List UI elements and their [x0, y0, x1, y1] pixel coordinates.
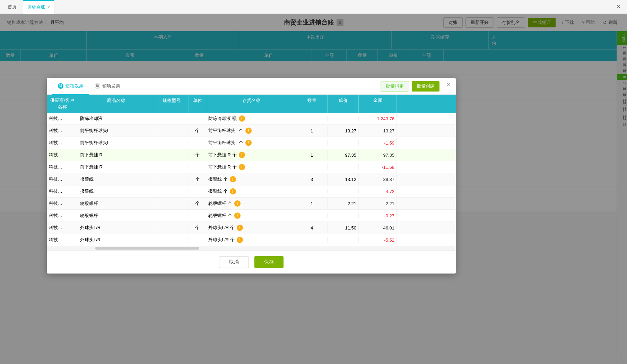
- batch-assign-button[interactable]: 批量指定: [381, 81, 409, 92]
- cell-product-name: 前平衡杆球头L: [78, 137, 154, 149]
- cell-inventory-name: 前下悬挂 R 个 !: [206, 149, 296, 161]
- cell-unit: 个: [189, 222, 206, 234]
- cell-qty: 4: [296, 223, 328, 233]
- cell-qty: [296, 140, 328, 146]
- table-row[interactable]: 科技… 报警线 个 报警线 个 ! 3 13.12 39.37: [47, 173, 456, 185]
- cell-product-name: 轮毂螺杆: [78, 198, 154, 209]
- warning-icon: !: [237, 225, 243, 231]
- modal-header: 进 进项发票 销 销项发票 批量指定 批量创建 ×: [47, 78, 456, 95]
- cell-product-name: 报警线: [78, 173, 154, 185]
- cell-unit: 个: [189, 125, 206, 137]
- cell-product-name: 防冻冷却液: [78, 113, 154, 124]
- cell-amount: -5.52: [359, 235, 397, 245]
- window-close-button[interactable]: ✕: [613, 2, 624, 12]
- cell-amount: -1.59: [359, 138, 397, 148]
- invoice-modal: 进 进项发票 销 销项发票 批量指定 批量创建 × 供应商/客户名称 商品名称 …: [47, 78, 456, 274]
- cell-unit: [189, 213, 206, 218]
- table-row[interactable]: 科技… 防冻冷却液 防冻冷却液 瓶 ! -1,243.76: [47, 113, 456, 125]
- cell-product-name: 前下悬挂 R: [78, 161, 154, 173]
- cell-unit: [189, 164, 206, 170]
- cell-qty: [296, 116, 328, 121]
- cell-unit-price: 13.12: [328, 174, 359, 185]
- col-qty: 数量: [296, 95, 328, 113]
- batch-create-button[interactable]: 批量创建: [412, 81, 439, 92]
- col-inventory-name: 存货名称: [206, 95, 296, 113]
- table-row[interactable]: 科技… 前下悬挂 R 个 前下悬挂 R 个 ! 1 97.35 97.35: [47, 149, 456, 161]
- col-unit: 单位: [189, 95, 206, 113]
- warning-icon: !: [234, 200, 241, 207]
- cell-company: 科技…: [47, 234, 78, 246]
- cell-inventory-name: 外球头L/R 个 !: [206, 222, 296, 234]
- cell-unit: 个: [189, 198, 206, 209]
- tab-in-invoice[interactable]: 进 进项发票: [52, 78, 89, 95]
- cell-amount: 2.21: [359, 198, 397, 209]
- modal-close-button[interactable]: ×: [446, 81, 450, 92]
- cancel-button[interactable]: 取消: [219, 256, 249, 268]
- cell-spec: [154, 152, 189, 158]
- cell-spec: [154, 237, 189, 243]
- cell-inventory-name: 前下悬挂 R 个 !: [206, 161, 296, 173]
- cell-inventory-name: 报警线 个 !: [206, 185, 296, 197]
- table-row[interactable]: 科技… 轮毂螺杆 个 轮毂螺杆 个 ! 1 2.21 2.21: [47, 198, 456, 210]
- cell-company: 科技…: [47, 113, 78, 124]
- cell-product-name: 前下悬挂 R: [78, 149, 154, 161]
- cell-amount: 97.35: [359, 150, 397, 161]
- cell-company: 科技…: [47, 149, 78, 161]
- cell-company: 科技…: [47, 173, 78, 185]
- cell-qty: [296, 213, 328, 218]
- cell-amount: -0.27: [359, 210, 397, 221]
- cell-spec: [154, 176, 189, 182]
- tab-home[interactable]: 首页: [3, 0, 21, 14]
- cell-unit: [189, 189, 206, 194]
- in-invoice-icon: 进: [58, 83, 63, 89]
- cell-inventory-name: 前平衡杆球头L 个 !: [206, 125, 296, 137]
- warning-icon: !: [230, 188, 236, 194]
- modal-header-buttons: 批量指定 批量创建 ×: [381, 81, 450, 92]
- table-row[interactable]: 科技… 前平衡杆球头L 前平衡杆球头L 个 ! -1.59: [47, 137, 456, 149]
- cell-amount: -11.68: [359, 162, 397, 173]
- cell-unit-price: [328, 189, 359, 194]
- active-tab-label: 进销台账: [27, 1, 45, 14]
- modal-scrollbar-area: [47, 246, 456, 250]
- table-row[interactable]: 科技… 轮毂螺杆 轮毂螺杆 个 ! -0.27: [47, 210, 456, 222]
- cell-qty: 1: [296, 125, 328, 136]
- col-amount: 金额: [359, 95, 397, 113]
- cell-spec: [154, 128, 189, 133]
- tab-out-invoice[interactable]: 销 销项发票: [89, 78, 126, 95]
- cell-amount: -1,243.76: [359, 113, 397, 124]
- col-unit-price: 单价: [328, 95, 359, 113]
- cell-company: 科技…: [47, 198, 78, 209]
- warning-icon: !: [234, 213, 241, 219]
- tab-active[interactable]: 进销台账 ×: [23, 0, 54, 14]
- table-row[interactable]: 科技… 外球头L/R 外球头L/R 个 ! -5.52: [47, 234, 456, 246]
- tab-close-icon[interactable]: ×: [47, 1, 50, 14]
- cell-product-name: 外球头L/R: [78, 234, 154, 246]
- table-row[interactable]: 科技… 前平衡杆球头L 个 前平衡杆球头L 个 ! 1 13.27 13.27: [47, 125, 456, 137]
- cell-company: 科技…: [47, 185, 78, 197]
- cell-amount: 13.27: [359, 125, 397, 136]
- cell-unit: [189, 237, 206, 243]
- cell-unit-price: 97.35: [328, 150, 359, 161]
- cell-unit-price: [328, 213, 359, 218]
- cell-qty: [296, 189, 328, 194]
- cell-unit: [189, 116, 206, 121]
- cell-unit-price: [328, 237, 359, 243]
- table-row[interactable]: 科技… 外球头L/R 个 外球头L/R 个 ! 4 11.50 46.01: [47, 222, 456, 234]
- table-row[interactable]: 科技… 报警线 报警线 个 ! -4.72: [47, 185, 456, 198]
- warning-icon: !: [230, 176, 236, 182]
- modal-footer: 取消 保存: [47, 250, 456, 274]
- cell-company: 科技…: [47, 222, 78, 234]
- cell-company: 科技…: [47, 161, 78, 173]
- cell-unit-price: [328, 140, 359, 146]
- cell-company: 科技…: [47, 210, 78, 222]
- modal-scrollbar-thumb[interactable]: [95, 247, 199, 250]
- save-button[interactable]: 保存: [254, 256, 284, 268]
- cell-unit: 个: [189, 173, 206, 185]
- top-bar: 首页 进销台账 × ✕: [0, 0, 627, 14]
- cell-unit-price: 11.50: [328, 223, 359, 233]
- cell-spec: [154, 140, 189, 146]
- cell-inventory-name: 防冻冷却液 瓶 !: [206, 113, 296, 124]
- cell-product-name: 轮毂螺杆: [78, 210, 154, 222]
- table-row[interactable]: 科技… 前下悬挂 R 前下悬挂 R 个 ! -11.68: [47, 161, 456, 173]
- cell-unit-price: 13.27: [328, 125, 359, 136]
